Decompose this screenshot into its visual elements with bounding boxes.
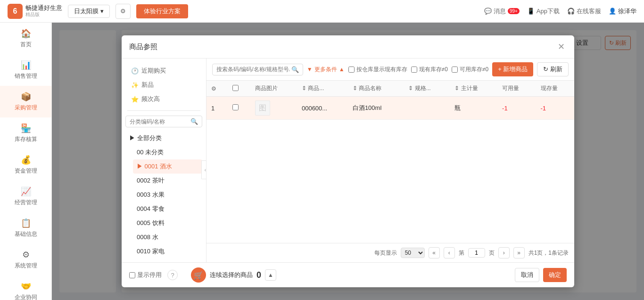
checkbox-available[interactable]: 可用库存≠0	[452, 66, 488, 74]
page-label: 第	[459, 249, 464, 257]
category-item-all[interactable]: ▶ 全部分类	[125, 131, 202, 145]
app-download-btn[interactable]: 📱 App下载	[527, 7, 560, 16]
sidebar-label-system: 系统管理	[15, 262, 37, 270]
sidebar-item-inventory[interactable]: 🏪 库存核算	[0, 117, 51, 149]
category-item-water[interactable]: 0008 水	[133, 230, 202, 244]
total-info: 共1页，1条记录	[528, 249, 569, 257]
page-size-select[interactable]: 50 100 200	[401, 248, 425, 258]
last-page-button[interactable]: »	[513, 247, 525, 258]
logo: 6 畅捷通好生意 精品版	[8, 4, 62, 19]
sidebar-item-operations[interactable]: 📈 经营管理	[0, 181, 51, 212]
sidebar-item-system[interactable]: ⚙ 系统管理	[0, 244, 51, 275]
confirm-button[interactable]: 确定	[543, 268, 567, 282]
sidebar-item-finance[interactable]: 💰 资金管理	[0, 149, 51, 181]
refresh-button[interactable]: ↻ 刷新	[537, 62, 569, 76]
sort-icon-spec: ⇕	[408, 85, 413, 92]
sidebar-label-finance: 资金管理	[15, 167, 37, 175]
add-product-button[interactable]: + 新增商品	[492, 62, 533, 76]
category-search-input[interactable]	[130, 118, 189, 125]
checkbox-warehouse[interactable]: 按仓库显示现有库存	[348, 66, 407, 74]
logo-line2: 精品版	[25, 11, 62, 18]
sidebar-item-enterprise[interactable]: 🤝 企业协同	[0, 275, 51, 300]
online-service-label: 在线客服	[577, 7, 601, 16]
prev-page-button[interactable]: ‹	[444, 247, 455, 258]
col-code[interactable]: ⇕ 商品...	[297, 81, 348, 97]
messages-btn[interactable]: 💬 消息 99+	[484, 7, 520, 16]
product-reference-modal: 商品参照 ✕ 🕐 近期购买 ✨	[122, 35, 574, 287]
filter-button[interactable]: ▼ 更多条件 ▲	[307, 66, 345, 74]
new-icon: ✨	[131, 82, 139, 89]
cancel-button[interactable]: 取消	[515, 268, 539, 282]
modal-header: 商品参照 ✕	[122, 35, 574, 58]
available-checkbox[interactable]	[452, 67, 458, 73]
trial-btn[interactable]: 体验行业方案	[136, 4, 188, 18]
category-search-icon: 🔍	[190, 118, 198, 125]
messages-badge: 99+	[508, 8, 520, 14]
user-avatar[interactable]: 👤 徐泽华	[609, 7, 636, 16]
logo-icon: 6	[8, 4, 23, 19]
store-selector[interactable]: 日太阳膜 ▾	[68, 5, 110, 18]
settings-icon[interactable]: ⚙	[116, 4, 131, 19]
quick-label-frequent: 频次高	[141, 95, 160, 103]
category-item-tea[interactable]: 0002 茶叶	[133, 174, 202, 188]
app-download-label: App下载	[537, 7, 560, 16]
basic-info-icon: 📋	[21, 218, 31, 228]
select-all-checkbox[interactable]	[232, 85, 239, 91]
cell-index: 1	[206, 97, 228, 120]
question-icon: ?	[171, 272, 174, 279]
col-name[interactable]: ⇕ 商品名称	[348, 81, 404, 97]
sales-icon: 📊	[21, 60, 31, 70]
next-page-button[interactable]: ›	[498, 247, 510, 258]
sidebar-item-purchase[interactable]: 📦 采购管理	[0, 86, 51, 117]
snack-label: 0004 零食	[137, 205, 165, 213]
category-item-unclassified[interactable]: 00 未分类	[133, 145, 202, 159]
frequent-icon: ⭐	[131, 96, 139, 103]
stock-checkbox[interactable]	[411, 67, 417, 73]
category-item-fruit[interactable]: 0003 水果	[133, 188, 202, 202]
quick-item-new[interactable]: ✨ 新品	[127, 78, 200, 92]
category-item-appliance[interactable]: 0010 家电	[133, 244, 202, 258]
product-pagination: 每页显示 50 100 200 « ‹ 第 页 ›	[206, 243, 574, 262]
cell-checkbox	[228, 97, 250, 120]
first-page-button[interactable]: «	[429, 247, 440, 258]
sidebar-item-basic-info[interactable]: 📋 基础信息	[0, 212, 51, 244]
available-label: 可用库存≠0	[460, 66, 488, 74]
recent-icon: 🕐	[131, 67, 139, 75]
quick-item-recent[interactable]: 🕐 近期购买	[127, 64, 200, 77]
cart-icon[interactable]: 🛒	[191, 267, 206, 283]
modal-overlay: 商品参照 ✕ 🕐 近期购买 ✨	[52, 23, 644, 300]
product-search-input[interactable]	[216, 66, 289, 73]
chevron-down-icon: ▾	[100, 8, 104, 15]
disabled-checkbox[interactable]	[129, 272, 135, 278]
modal-close-button[interactable]: ✕	[555, 41, 567, 52]
col-unit[interactable]: ⇕ 主计量	[450, 81, 497, 97]
sidebar-item-home[interactable]: 🏠 首页	[0, 23, 51, 54]
table-row[interactable]: 1 图 000600... 白酒100ml	[206, 97, 574, 120]
category-item-snack[interactable]: 0004 零食	[133, 202, 202, 216]
modal-body: 🕐 近期购买 ✨ 新品 ⭐ 频次高	[122, 58, 574, 262]
product-image: 图	[255, 100, 270, 116]
row-checkbox[interactable]	[232, 104, 239, 110]
sidebar-label-enterprise: 企业协同	[15, 293, 37, 300]
checkbox-stock[interactable]: 现有库存≠0	[411, 66, 448, 74]
show-disabled-label: 显示停用	[137, 271, 162, 279]
category-collapse-button[interactable]: ‹‹	[201, 160, 206, 179]
show-disabled-checkbox[interactable]: 显示停用	[129, 271, 162, 279]
sidebar-item-sales[interactable]: 📊 销售管理	[0, 54, 51, 86]
product-search-bar[interactable]: 🔍	[212, 64, 303, 75]
category-search[interactable]: 🔍	[125, 116, 202, 127]
help-button[interactable]: ?	[167, 270, 178, 280]
page-number-input[interactable]	[468, 248, 485, 258]
products-table: ⚙ 商品图片 ⇕ 商品...	[206, 81, 574, 120]
category-item-liquor[interactable]: ▶ 0001 酒水	[133, 159, 202, 174]
main-layout: 🏠 首页 📊 销售管理 📦 采购管理 🏪 库存核算 💰 资金管理 📈 经营管理 …	[0, 23, 644, 300]
col-spec[interactable]: ⇕ 规格...	[404, 81, 450, 97]
online-service-btn[interactable]: 🎧 在线客服	[567, 7, 601, 16]
warehouse-checkbox[interactable]	[348, 67, 355, 73]
water-label: 0008 水	[137, 233, 158, 242]
message-icon: 💬	[484, 8, 492, 15]
category-tree: ▶ 全部分类 00 未分类 ▶ 0001 酒水 0002 茶叶	[122, 131, 206, 258]
cart-collapse-button[interactable]: ▲	[265, 269, 276, 281]
category-item-beverage[interactable]: 0005 饮料	[133, 216, 202, 230]
quick-item-frequent[interactable]: ⭐ 频次高	[127, 92, 200, 106]
